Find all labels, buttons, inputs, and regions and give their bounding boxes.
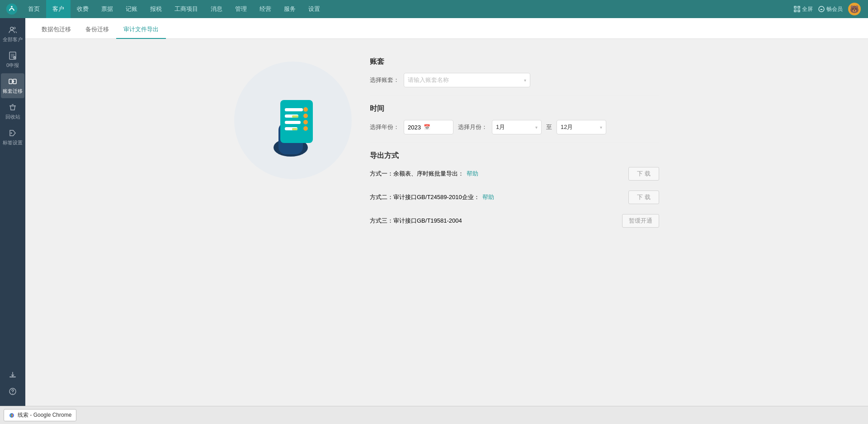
nav-message[interactable]: 消息 — [204, 0, 229, 18]
export-section-title: 导出方式 — [370, 151, 659, 161]
nav-manage[interactable]: 管理 — [229, 0, 253, 18]
svg-point-1 — [11, 6, 13, 8]
page-content: 账套 选择账套： 请输入账套名称 ▾ 时间 选择年份： 2023 📅 — [25, 39, 868, 406]
svg-rect-21 — [285, 108, 303, 111]
nav-accounting[interactable]: 记账 — [119, 0, 144, 18]
sidebar-all-clients-label: 全部客户 — [3, 36, 23, 43]
account-select[interactable]: 请输入账套名称 ▾ — [404, 73, 530, 87]
tab-audit-export[interactable]: 审计文件导出 — [116, 21, 166, 39]
member-button[interactable]: 畅会员 — [818, 5, 843, 13]
svg-rect-12 — [9, 79, 12, 84]
sidebar-recycle-label: 回收站 — [5, 114, 20, 120]
app-logo[interactable] — [4, 1, 20, 17]
nav-service[interactable]: 服务 — [278, 0, 302, 18]
export-method-3-label: 方式三：审计接口GB/T19581-2004 — [370, 217, 462, 225]
nav-client[interactable]: 客户 — [46, 0, 71, 18]
month-label: 选择月份： — [458, 123, 487, 131]
taskbar-chrome-item[interactable]: 线索 - Google Chrome — [4, 409, 76, 421]
nav-invoice[interactable]: 票据 — [95, 0, 119, 18]
svg-rect-15 — [9, 376, 16, 377]
svg-rect-23 — [285, 121, 301, 124]
tab-bar: 数据包迁移 备份迁移 审计文件导出 — [25, 18, 868, 39]
svg-point-8 — [14, 27, 15, 29]
tab-data-migration[interactable]: 数据包迁移 — [34, 21, 78, 39]
month-start-value: 1月 — [496, 123, 533, 131]
sidebar-zero-report-label: 0申报 — [6, 62, 19, 69]
svg-rect-3 — [798, 6, 800, 8]
nav-fee[interactable]: 收费 — [71, 0, 95, 18]
svg-point-25 — [303, 107, 308, 112]
export-method-1-label: 方式一：余额表、序时账批量导出： — [370, 170, 464, 178]
svg-rect-2 — [794, 6, 796, 8]
calendar-icon: 📅 — [424, 124, 430, 130]
month-start-select[interactable]: 1月 ▾ — [492, 120, 542, 134]
export-method-2-label: 方式二：审计接口GB/T24589-2010企业： — [370, 193, 480, 201]
sidebar-bottom — [1, 368, 24, 406]
nav-business[interactable]: 工商项目 — [168, 0, 204, 18]
svg-point-27 — [303, 120, 308, 124]
svg-point-14 — [11, 133, 12, 134]
section-divider-1 — [370, 95, 659, 96]
taskbar-chrome-label: 线索 - Google Chrome — [18, 411, 71, 419]
sidebar-item-migrate[interactable]: 账套迁移 — [1, 73, 24, 98]
account-row: 选择账套： 请输入账套名称 ▾ — [370, 73, 659, 87]
sidebar-item-all-clients[interactable]: 全部客户 — [1, 22, 24, 47]
form-panel: 账套 选择账套： 请输入账套名称 ▾ 时间 选择年份： 2023 📅 — [370, 52, 659, 238]
tab-backup-migration[interactable]: 备份迁移 — [78, 21, 116, 39]
to-label: 至 — [546, 123, 552, 131]
svg-point-0 — [6, 4, 18, 15]
sidebar-item-tag-settings[interactable]: 标签设置 — [1, 125, 24, 150]
svg-rect-29 — [292, 115, 298, 118]
export-method-2-help[interactable]: 帮助 — [482, 193, 494, 201]
year-input[interactable]: 2023 📅 — [404, 120, 453, 134]
export-method-2: 方式二：审计接口GB/T24589-2010企业： 帮助 下 载 — [370, 191, 659, 204]
time-row: 选择年份： 2023 📅 选择月份： 1月 ▾ 至 12月 ▾ — [370, 120, 659, 134]
sidebar-tag-settings-label: 标签设置 — [3, 139, 23, 146]
sidebar-item-recycle[interactable]: 回收站 — [1, 99, 24, 124]
svg-point-7 — [10, 27, 13, 30]
svg-rect-13 — [13, 79, 16, 84]
account-section-title: 账套 — [370, 57, 659, 67]
export-method-1-download-button[interactable]: 下 载 — [628, 167, 659, 181]
export-method-2-download-button[interactable]: 下 载 — [628, 191, 659, 204]
top-navigation: 首页 客户 收费 票据 记账 报税 工商项目 消息 管理 经营 服务 设置 全屏… — [0, 0, 868, 18]
nav-tax[interactable]: 报税 — [144, 0, 168, 18]
export-method-3-open-button[interactable]: 暂缓开通 — [622, 214, 659, 228]
svg-rect-30 — [292, 128, 297, 130]
svg-point-28 — [303, 126, 308, 131]
sidebar-help-button[interactable] — [1, 384, 24, 399]
sidebar-migrate-label: 账套迁移 — [3, 88, 23, 95]
avatar[interactable]: 🐻 — [848, 3, 861, 15]
account-placeholder: 请输入账套名称 — [408, 76, 521, 84]
nav-operations[interactable]: 经营 — [253, 0, 278, 18]
sidebar-download-button[interactable] — [1, 368, 24, 382]
export-method-1-help[interactable]: 帮助 — [467, 170, 478, 178]
account-label: 选择账套： — [370, 76, 399, 84]
svg-point-17 — [12, 393, 13, 394]
year-label: 选择年份： — [370, 123, 399, 131]
export-method-3: 方式三：审计接口GB/T19581-2004 暂缓开通 — [370, 214, 659, 228]
svg-rect-5 — [798, 10, 800, 12]
content-area: 数据包迁移 备份迁移 审计文件导出 — [25, 18, 868, 406]
main-layout: 全部客户 0 0申报 账套迁移 回收站 — [0, 18, 868, 406]
month-end-select[interactable]: 12月 ▾ — [557, 120, 606, 134]
fullscreen-button[interactable]: 全屏 — [794, 5, 813, 13]
illustration — [234, 62, 352, 179]
month-end-dropdown-icon: ▾ — [600, 125, 602, 130]
left-sidebar: 全部客户 0 0申报 账套迁移 回收站 — [0, 18, 25, 406]
taskbar: 线索 - Google Chrome — [0, 406, 868, 424]
sidebar-item-zero-report[interactable]: 0 0申报 — [1, 48, 24, 72]
svg-point-26 — [303, 114, 308, 118]
account-dropdown-icon: ▾ — [524, 78, 526, 83]
month-end-value: 12月 — [561, 123, 597, 131]
svg-rect-4 — [794, 10, 796, 12]
month-start-dropdown-icon: ▾ — [535, 125, 538, 130]
time-section-title: 时间 — [370, 104, 659, 114]
nav-settings[interactable]: 设置 — [302, 0, 326, 18]
export-method-1: 方式一：余额表、序时账批量导出： 帮助 下 载 — [370, 167, 659, 181]
year-value: 2023 — [408, 124, 421, 131]
member-label: 畅会员 — [826, 5, 843, 13]
fullscreen-label: 全屏 — [802, 5, 813, 13]
nav-home[interactable]: 首页 — [22, 0, 46, 18]
section-divider-2 — [370, 143, 659, 143]
